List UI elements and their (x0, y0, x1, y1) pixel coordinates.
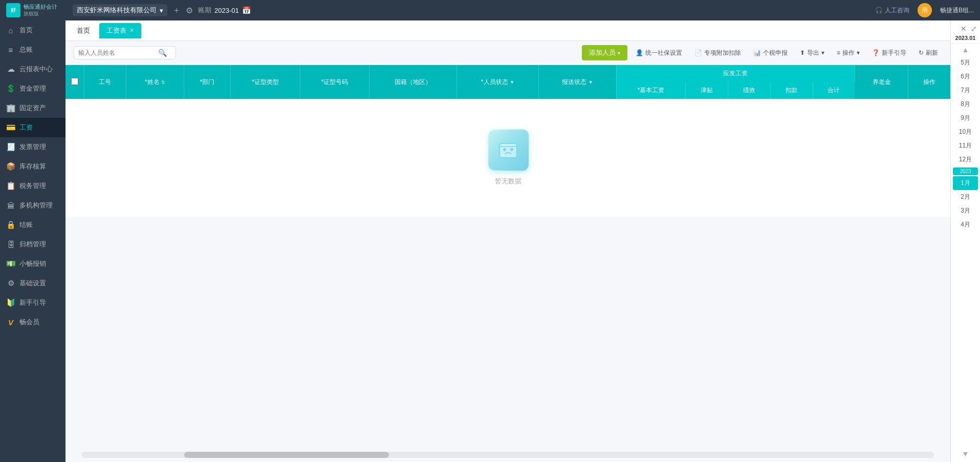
sidebar-item-archive[interactable]: 🗄 归档管理 (0, 235, 66, 254)
export-button[interactable]: ⬆ 导出 ▾ (796, 47, 829, 59)
sidebar-item-guide[interactable]: 🔰 新手引导 (0, 293, 66, 312)
tab-salary[interactable]: 工资表 ✕ (99, 23, 141, 38)
col-name[interactable]: *姓名 ⇅ (126, 65, 184, 99)
right-panel-controls: ✕ ⤢ (951, 23, 980, 33)
sidebar-item-label: 基础设置 (19, 279, 46, 288)
col-report-status-label: 报送状态 (562, 78, 586, 86)
checkbox-header[interactable] (66, 65, 84, 99)
company-selector[interactable]: 西安虾米网络科技有限公司 ▾ (73, 4, 167, 16)
sidebar-item-member[interactable]: V 畅会员 (0, 312, 66, 332)
expand-panel-icon[interactable]: ⤢ (970, 25, 978, 33)
month-item-3[interactable]: 3月 (951, 204, 980, 218)
month-item-12[interactable]: 12月 (951, 153, 980, 166)
sidebar-item-inventory[interactable]: 📦 库存核算 (0, 157, 66, 176)
month-scroll-down-button[interactable]: ▼ (951, 448, 980, 460)
sidebar-item-label: 首页 (19, 26, 33, 35)
col-status-label: *人员状态 (481, 78, 508, 86)
month-item-7[interactable]: 7月 (951, 83, 980, 97)
year-badge: 2023 (953, 167, 978, 175)
sidebar-item-cloud-report[interactable]: ☁ 云报表中心 (0, 59, 66, 79)
sidebar-item-label: 总账 (19, 45, 33, 54)
tax-icon: 📋 (6, 181, 15, 191)
cloud-icon: ☁ (6, 65, 15, 74)
col-allowance: 津贴 (686, 82, 728, 99)
sidebar-item-multi-org[interactable]: 🏛 多机构管理 (0, 196, 66, 215)
scrollbar-thumb[interactable] (184, 452, 389, 458)
search-input[interactable] (78, 49, 155, 56)
refresh-button[interactable]: ↻ 刷新 (914, 47, 942, 59)
multi-org-icon: 🏛 (6, 201, 15, 210)
period-display: 2023.01 (951, 33, 980, 44)
col-status[interactable]: *人员状态 ▼ (457, 65, 539, 99)
month-item-8[interactable]: 8月 (951, 97, 980, 111)
close-panel-icon[interactable]: ✕ (960, 25, 968, 33)
special-deduct-label: 专项附加扣除 (704, 49, 741, 57)
month-item-6[interactable]: 6月 (951, 70, 980, 83)
sidebar-item-home[interactable]: ⌂ 首页 (0, 20, 66, 40)
tab-close-icon[interactable]: ✕ (129, 27, 134, 34)
tax-report-button[interactable]: 📊 个税申报 (749, 47, 792, 59)
social-security-button[interactable]: 👤 统一社保设置 (631, 47, 686, 59)
col-pension: 养老金 (855, 65, 908, 99)
sidebar-item-tax[interactable]: 📋 税务管理 (0, 176, 66, 196)
month-item-4[interactable]: 4月 (951, 218, 980, 232)
period-label: 账期 (198, 6, 211, 15)
month-item-9[interactable]: 9月 (951, 111, 980, 125)
social-security-label: 统一社保设置 (645, 49, 682, 57)
month-scroll-up-button[interactable]: ▲ (951, 44, 980, 56)
sidebar-item-label: 工资 (19, 123, 33, 132)
operations-button[interactable]: ≡ 操作 ▾ (833, 47, 864, 59)
status-filter-icon[interactable]: ▼ (510, 79, 515, 85)
top-header: 好 畅应通好会计 旗舰版 西安虾米网络科技有限公司 ▾ ＋ ⚙ 账期 2023-… (0, 0, 980, 20)
sidebar-item-salary[interactable]: 💳 工资 (0, 118, 66, 137)
logo-area: 好 畅应通好会计 旗舰版 (6, 3, 68, 17)
month-item-11[interactable]: 11月 (951, 139, 980, 153)
sidebar-item-fixed-asset[interactable]: 🏢 固定资产 (0, 98, 66, 118)
service-button[interactable]: 🎧 人工咨询 (875, 6, 909, 15)
col-report-status[interactable]: 报送状态 ▼ (539, 65, 616, 99)
report-filter-icon[interactable]: ▼ (588, 79, 593, 85)
add-person-button[interactable]: 添加人员 ▾ (582, 45, 627, 60)
salary-table: 工号 *姓名 ⇅ *部门 *证型类型 *证型号码 国籍（地区） *人员状态 (66, 65, 950, 217)
select-all-checkbox[interactable] (71, 78, 78, 85)
sidebar-item-label: 多机构管理 (19, 201, 53, 210)
sidebar-item-label: 库存核算 (19, 162, 46, 171)
export-arrow-icon: ▾ (821, 49, 824, 56)
month-item-2[interactable]: 2月 (951, 190, 980, 204)
special-deduct-button[interactable]: 📄 专项附加扣除 (690, 47, 745, 59)
sidebar-item-basic-settings[interactable]: ⚙ 基础设置 (0, 274, 66, 293)
add-company-icon[interactable]: ＋ (172, 5, 181, 16)
sidebar-item-fund[interactable]: 💲 资金管理 (0, 79, 66, 98)
search-icon: 🔍 (158, 49, 167, 57)
expense-icon: 💵 (6, 259, 15, 268)
month-item-1[interactable]: 1月 (953, 176, 978, 190)
horizontal-scrollbar-area (66, 448, 950, 462)
sidebar-item-ledger[interactable]: ≡ 总账 (0, 40, 66, 59)
settings-icon[interactable]: ⚙ (186, 6, 193, 15)
guide-button[interactable]: ❓ 新手引导 (868, 47, 910, 59)
add-person-label: 添加人员 (589, 48, 616, 57)
search-wrap[interactable]: 🔍 (74, 46, 176, 59)
sidebar-item-label: 小畅报销 (19, 259, 46, 268)
sidebar-item-expense[interactable]: 💵 小畅报销 (0, 254, 66, 274)
calendar-icon[interactable]: 📅 (242, 6, 251, 14)
guide-btn-label: 新手引导 (882, 49, 906, 57)
period-area: 账期 2023-01 📅 (198, 6, 251, 15)
col-basic-salary: *基本工资 (616, 82, 686, 99)
sidebar-item-label: 固定资产 (19, 103, 46, 113)
sidebar-item-label: 资金管理 (19, 84, 46, 93)
service-label: 人工咨询 (885, 6, 909, 15)
period-value: 2023-01 (214, 7, 239, 14)
refresh-label: 刷新 (926, 49, 938, 57)
sidebar-item-invoice[interactable]: 🧾 发票管理 (0, 137, 66, 157)
sidebar-item-label: 归档管理 (19, 240, 46, 249)
horizontal-scrollbar[interactable] (82, 452, 934, 458)
tab-home[interactable]: 首页 (70, 23, 97, 38)
fixed-asset-icon: 🏢 (6, 103, 15, 113)
export-label: 导出 (807, 49, 819, 57)
name-sort-icon[interactable]: ⇅ (161, 80, 165, 85)
guide-btn-icon: ❓ (872, 49, 880, 56)
month-item-5[interactable]: 5月 (951, 56, 980, 70)
sidebar-item-close-account[interactable]: 🔒 结账 (0, 215, 66, 235)
month-item-10[interactable]: 10月 (951, 125, 980, 139)
